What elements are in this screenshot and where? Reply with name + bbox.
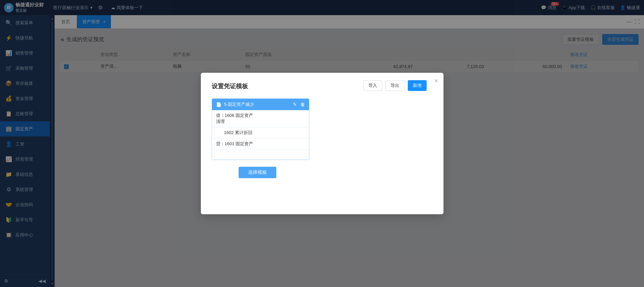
template-row-3-type: 贷：1601 固定资产 [212,138,259,150]
template-delete-icon[interactable]: 🗑 [300,102,305,107]
template-edit-icon[interactable]: ✎ [293,102,297,107]
template-row-4-col1 [259,150,284,160]
template-row-2-col1 [259,127,284,138]
template-row-1-col1 [259,110,284,127]
template-row-3-col1 [259,138,284,150]
template-row-1: 借：1606 固定资产清理 [212,110,309,127]
template-row-4 [212,150,309,160]
template-row-4-col2 [284,150,309,160]
template-row-4-type [212,150,259,160]
modal-toolbar: 导入 导出 新增 [363,80,427,91]
template-file-icon: 📄 [216,102,221,107]
export-button[interactable]: 导出 [386,80,404,91]
template-name: 5-固定资产减少 [224,101,254,107]
template-row-1-type: 借：1606 固定资产清理 [212,110,259,127]
template-table: 借：1606 固定资产清理 1602 累计折旧 [212,110,309,160]
template-header-actions: ✎ 🗑 [293,102,305,107]
template-row-3-col2 [284,138,309,150]
template-row-2-col2 [284,127,309,138]
template-row-2: 1602 累计折旧 [212,127,309,138]
modal-dialog: × 设置凭证模板 导入 导出 新增 📄 5-固定资产减少 ✎ [201,73,443,214]
select-template-button[interactable]: 选择模板 [239,167,276,178]
template-card: 📄 5-固定资产减少 ✎ 🗑 借：1606 固定资产清理 [212,98,309,160]
new-button[interactable]: 新增 [408,80,427,91]
modal-content: 📄 5-固定资产减少 ✎ 🗑 借：1606 固定资产清理 [212,98,433,178]
modal-overlay: × 设置凭证模板 导入 导出 新增 📄 5-固定资产减少 ✎ [0,0,644,287]
template-row-2-type: 1602 累计折旧 [212,127,259,138]
template-card-body: 借：1606 固定资产清理 1602 累计折旧 [212,110,309,160]
template-card-header: 📄 5-固定资产减少 ✎ 🗑 [212,99,309,110]
template-header-left: 📄 5-固定资产减少 [216,101,254,107]
import-button[interactable]: 导入 [363,80,382,91]
template-row-1-col2 [284,110,309,127]
template-row-3: 贷：1601 固定资产 [212,138,309,150]
modal-close-button[interactable]: × [434,77,438,85]
